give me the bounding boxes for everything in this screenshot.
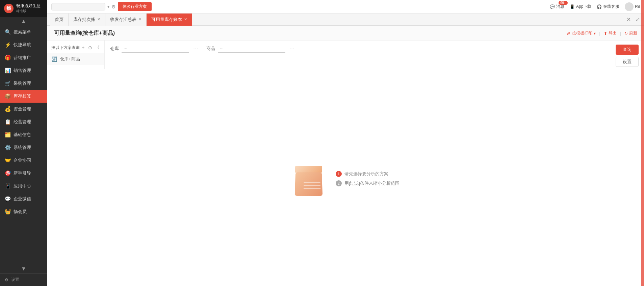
scheme-item-icon: 🔄 [51, 56, 57, 62]
sidebar-item-sales-mgmt[interactable]: 📊 销售管理 [0, 64, 47, 77]
sidebar-item-search[interactable]: 🔍 搜索菜单 [0, 26, 47, 38]
empty-box-line-1 [304, 182, 320, 183]
sidebar-item-purchase-mgmt[interactable]: 🛒 采购管理 [0, 77, 47, 90]
warehouse-input[interactable] [122, 45, 189, 53]
app-download-item[interactable]: 📱 App下载 [570, 4, 591, 9]
sidebar-item-label-enterprise-collab: 企业协同 [14, 157, 31, 163]
user-name-label: Rit [635, 4, 640, 9]
empty-number-2: 2 [336, 180, 342, 186]
tabbar: 首页库存批次账✕收发存汇总表✕可用量库存账本✕ ✕ ⤢ [47, 14, 644, 26]
sidebar-scroll-up[interactable]: ▲ [0, 17, 47, 26]
sidebar-item-basic-info[interactable]: 🗂️ 基础信息 [0, 128, 47, 141]
empty-number-1: 1 [336, 171, 342, 177]
content-area: 可用量查询(按仓库+商品) 🖨 按模板打印 ▾ | ⬆ 导出 | ↻ 刷新 [47, 26, 644, 286]
message-item[interactable]: 💬 消息 99+ [550, 4, 564, 9]
print-template-button[interactable]: 🖨 按模板打印 ▾ [567, 30, 596, 36]
sidebar-item-marketing-promo[interactable]: 🎁 营销推广 [0, 51, 47, 64]
query-button[interactable]: 查询 [616, 45, 639, 55]
empty-box-line-2 [304, 185, 320, 186]
message-icon: 💬 [550, 4, 555, 9]
print-icon: 🖨 [567, 31, 571, 36]
tab-maximize-button[interactable]: ⤢ [634, 15, 641, 24]
brand-sub: 标准版 [16, 9, 41, 14]
customer-service-label: 在线客服 [603, 4, 619, 9]
topbar-search-input[interactable] [51, 3, 105, 10]
sidebar-brand: 畅 畅康通好生意 标准版 [0, 0, 47, 17]
user-item[interactable]: Rit [625, 2, 640, 11]
product-more-button[interactable]: ··· [288, 45, 296, 52]
sidebar-item-icon-app-center: 📱 [5, 183, 11, 189]
sidebar-scroll-down[interactable]: ▼ [0, 264, 47, 273]
empty-box-line-3 [304, 188, 321, 189]
settings-button[interactable]: 设置 [616, 57, 639, 67]
refresh-label: 刷新 [629, 30, 637, 36]
sidebar-bottom-label: 设置 [11, 277, 19, 283]
print-label: 按模板打印 [572, 30, 592, 36]
sidebar-item-enterprise-collab[interactable]: 🤝 企业协同 [0, 154, 47, 167]
sidebar-item-icon-finance: 💰 [5, 106, 11, 112]
sidebar-item-operations[interactable]: 📋 经营管理 [0, 115, 47, 128]
sidebar-item-icon-sales-mgmt: 📊 [5, 68, 11, 74]
topbar-right: 💬 消息 99+ 📱 App下载 🎧 在线客服 Rit [550, 2, 640, 11]
collapse-scheme-button[interactable]: 《 [94, 45, 100, 51]
print-dropdown-icon[interactable]: ▾ [594, 31, 596, 36]
filter-sidebar-header: 按以下方案查询 ＋ ⊙ 《 [47, 45, 104, 53]
tab-collection-summary[interactable]: 收发存汇总表✕ [105, 14, 147, 26]
tab-close-window-button[interactable]: ✕ [625, 15, 632, 24]
topbar-dropdown-icon[interactable]: ▾ [107, 4, 109, 9]
sidebar-item-enterprise-wechat[interactable]: 💬 企业微信 [0, 192, 47, 205]
sidebar-item-onboarding[interactable]: 🎯 新手引导 [0, 167, 47, 180]
topbar-gear-icon[interactable]: ⚙ [111, 4, 116, 9]
add-scheme-button[interactable]: ＋ [80, 45, 86, 51]
manage-scheme-button[interactable]: ⊙ [87, 45, 93, 51]
sidebar-item-system-mgmt[interactable]: ⚙️ 系统管理 [0, 141, 47, 154]
tab-label-batch-account: 库存批次账 [73, 17, 95, 23]
app-download-icon: 📱 [570, 4, 575, 9]
message-badge: 99+ [559, 1, 568, 5]
sidebar-item-icon-enterprise-collab: 🤝 [5, 157, 11, 163]
filter-sidebar: 按以下方案查询 ＋ ⊙ 《 🔄 仓库+商品 [47, 41, 105, 69]
page-actions: 🖨 按模板打印 ▾ | ⬆ 导出 | ↻ 刷新 [567, 30, 637, 36]
scheme-item-warehouse-product[interactable]: 🔄 仓库+商品 [47, 53, 104, 65]
sidebar-item-icon-shortcut: ⚡ [5, 42, 11, 48]
tab-available-qty-ledger[interactable]: 可用量库存账本✕ [147, 14, 192, 26]
right-scrollbar[interactable] [641, 0, 644, 286]
customer-service-item[interactable]: 🎧 在线客服 [597, 4, 619, 9]
empty-text: 1 请先选择要分析的方案 2 用[过滤]条件来缩小分析范围 [336, 171, 400, 186]
tab-actions: ✕ ⤢ [625, 15, 641, 24]
page-header: 可用量查询(按仓库+商品) 🖨 按模板打印 ▾ | ⬆ 导出 | ↻ 刷新 [47, 26, 644, 41]
sidebar-item-app-center[interactable]: 📱 应用中心 [0, 180, 47, 192]
main-area: ▾ ⚙ 体验行业方案 💬 消息 99+ 📱 App下载 🎧 在线客服 Rit [47, 0, 644, 286]
topbar: ▾ ⚙ 体验行业方案 💬 消息 99+ 📱 App下载 🎧 在线客服 Rit [47, 0, 644, 14]
sidebar-item-shortcut[interactable]: ⚡ 快捷导航 [0, 38, 47, 51]
app-download-label: App下载 [576, 4, 591, 9]
sidebar: 畅 畅康通好生意 标准版 ▲ 🔍 搜索菜单 ⚡ 快捷导航 🎁 营销推广 📊 销售… [0, 0, 47, 286]
sidebar-item-label-search: 搜索菜单 [14, 29, 31, 35]
empty-hint-1-text: 请先选择要分析的方案 [344, 171, 388, 177]
tab-batch-account[interactable]: 库存批次账✕ [69, 14, 105, 26]
tab-close-batch-account[interactable]: ✕ [97, 17, 100, 22]
empty-box [295, 172, 323, 196]
sidebar-item-inventory[interactable]: 📦 库存核算 [0, 90, 47, 103]
empty-box-lines [304, 182, 321, 189]
export-icon: ⬆ [604, 31, 607, 36]
sidebar-item-label-basic-info: 基础信息 [14, 132, 31, 138]
sidebar-item-icon-enterprise-wechat: 💬 [5, 196, 11, 202]
tab-close-collection-summary[interactable]: ✕ [138, 17, 141, 22]
tab-close-available-qty-ledger[interactable]: ✕ [184, 17, 187, 22]
sidebar-bottom: ⚙ 设置 [0, 273, 47, 286]
sidebar-item-finance[interactable]: 💰 资金管理 [0, 103, 47, 115]
refresh-button[interactable]: ↻ 刷新 [624, 30, 637, 36]
product-input[interactable] [218, 45, 285, 53]
sidebar-item-icon-marketing-promo: 🎁 [5, 55, 11, 61]
sidebar-item-icon-inventory: 📦 [5, 93, 11, 99]
sidebar-item-label-operations: 经营管理 [14, 119, 31, 125]
sidebar-item-icon-onboarding: 🎯 [5, 170, 11, 176]
sidebar-item-membership[interactable]: 👑 畅会员 [0, 205, 47, 218]
sidebar-item-icon-system-mgmt: ⚙️ [5, 145, 11, 151]
export-button[interactable]: ⬆ 导出 [604, 30, 617, 36]
trial-industry-button[interactable]: 体验行业方案 [118, 2, 152, 11]
warehouse-more-button[interactable]: ··· [192, 45, 200, 52]
tab-home[interactable]: 首页 [50, 14, 69, 26]
empty-box-top [295, 166, 322, 173]
